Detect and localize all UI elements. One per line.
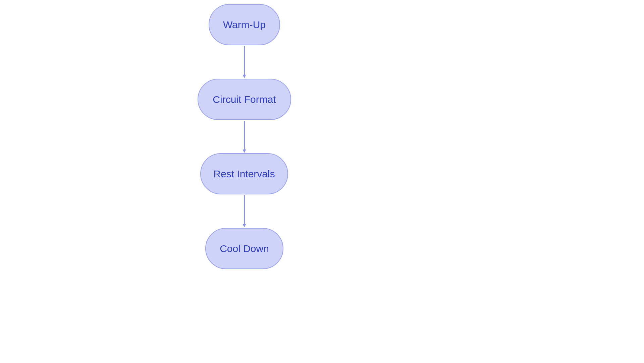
node-label: Warm-Up [223,19,266,31]
node-label: Circuit Format [213,94,276,105]
node-cool-down: Cool Down [205,228,283,269]
node-warm-up: Warm-Up [209,4,280,45]
flowchart-canvas: Warm-UpCircuit FormatRest IntervalsCool … [0,0,644,363]
node-circuit-format: Circuit Format [198,79,291,120]
node-label: Cool Down [220,243,269,254]
node-rest-intervals: Rest Intervals [200,153,288,194]
arrows-layer [0,0,644,363]
node-label: Rest Intervals [213,168,275,180]
